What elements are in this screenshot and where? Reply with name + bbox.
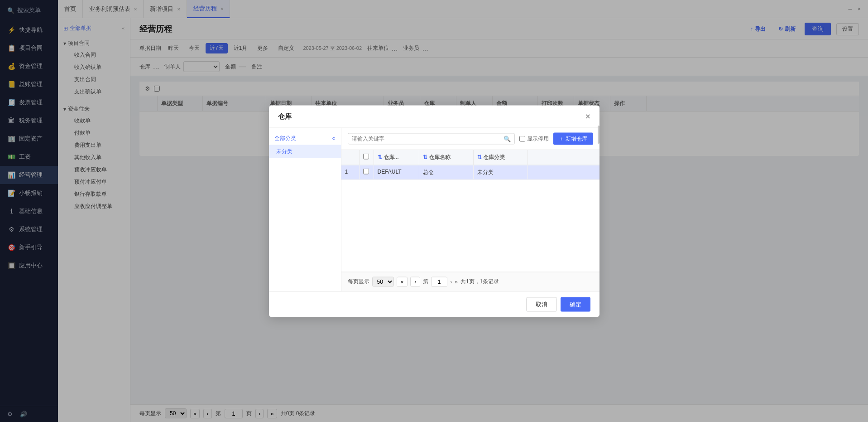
sort-icon-3: ⇅ (477, 154, 482, 160)
dialog-left-panel: 全部分类 « 未分类 (269, 128, 341, 291)
th-index (341, 150, 360, 165)
dialog-cancel-button[interactable]: 取消 (526, 297, 557, 311)
dialog-body: 全部分类 « 未分类 🔍 显示停用 ＋ 新增仓库 (269, 128, 599, 291)
dialog-category-unclassified[interactable]: 未分类 (269, 145, 341, 158)
add-warehouse-button[interactable]: ＋ 新增仓库 (553, 132, 593, 145)
row-code: DEFAULT (374, 165, 419, 179)
dialog-table: ⇅ 仓库... ⇅ 仓库名称 ⇅ 仓库分类 1 (341, 150, 599, 272)
dialog-page-input[interactable] (431, 276, 447, 286)
dialog-pagination: 每页显示 50 « ‹ 第 › » 共1页，1条记录 (348, 276, 499, 286)
dialog-footer-pagination: 每页显示 50 « ‹ 第 › » 共1页，1条记录 (341, 272, 599, 291)
search-icon-dialog: 🔍 (504, 135, 511, 142)
row-index: 1 (341, 165, 360, 179)
dialog-header: 仓库 × (269, 105, 599, 128)
dialog-last-page[interactable]: » (455, 278, 458, 285)
warehouse-dialog: 仓库 × 全部分类 « 未分类 🔍 显示停用 (269, 105, 599, 317)
row-name: 总仓 (419, 165, 474, 179)
dialog-actions: 取消 确定 (269, 291, 599, 317)
row-category: 未分类 (474, 165, 528, 179)
dialog-title: 仓库 (278, 112, 292, 121)
show-disabled-checkbox[interactable] (519, 136, 525, 141)
dialog-page-label: 第 (423, 278, 428, 286)
dialog-right-panel: 🔍 显示停用 ＋ 新增仓库 ⇅ 仓库... (341, 128, 599, 291)
row-select-checkbox[interactable] (363, 168, 369, 174)
dialog-search-box: 🔍 (348, 133, 515, 144)
show-disabled-checkbox-label: 显示停用 (519, 135, 549, 142)
dialog-toolbar: 🔍 显示停用 ＋ 新增仓库 (341, 128, 599, 150)
th-code[interactable]: ⇅ 仓库... (374, 150, 419, 165)
all-categories-label[interactable]: 全部分类 (274, 134, 296, 142)
row-checkbox[interactable] (360, 165, 374, 179)
th-category[interactable]: ⇅ 仓库分类 (474, 150, 528, 165)
dialog-search-input[interactable] (352, 136, 501, 142)
dialog-total-info: 共1页，1条记录 (460, 278, 499, 286)
dialog-select-all[interactable] (363, 153, 369, 159)
dialog-first-page[interactable]: « (397, 276, 408, 286)
dialog-per-page-select[interactable]: 50 (372, 276, 394, 286)
dialog-confirm-button[interactable]: 确定 (561, 297, 590, 311)
dialog-left-header: 全部分类 « (269, 131, 341, 145)
dialog-table-header: ⇅ 仓库... ⇅ 仓库名称 ⇅ 仓库分类 (341, 150, 599, 165)
th-checkbox (360, 150, 374, 165)
sort-icon-2: ⇅ (423, 154, 427, 160)
dialog-next-page[interactable]: › (450, 278, 452, 285)
dialog-per-page-label: 每页显示 (348, 278, 369, 286)
dialog-table-row[interactable]: 1 DEFAULT 总仓 未分类 (341, 165, 599, 179)
collapse-panel-icon[interactable]: « (332, 135, 336, 141)
dialog-close-button[interactable]: × (585, 112, 590, 121)
th-name[interactable]: ⇅ 仓库名称 (419, 150, 474, 165)
dialog-prev-page[interactable]: ‹ (410, 276, 420, 286)
sort-icon: ⇅ (378, 154, 382, 160)
